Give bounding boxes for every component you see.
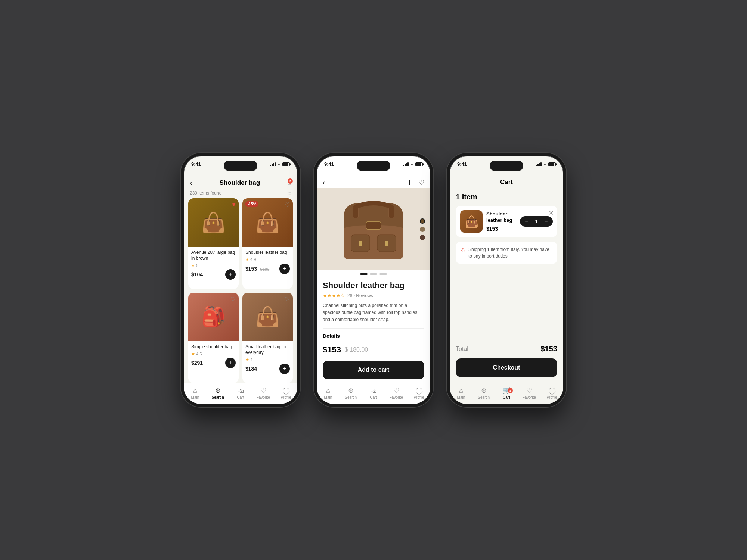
nav-favorite-2[interactable]: ♡ Favorite [387,386,406,399]
cart-total-section: Total $153 Checkout [450,339,563,383]
product-price-row-3: $291 + [191,358,236,368]
nav-main-3[interactable]: ⌂ Main [452,387,470,399]
cart-title: Cart [500,178,513,186]
nav-favorite-label-3: Favorite [523,395,536,399]
detail-old-price: $ 180,00 [345,346,368,353]
dynamic-island-1 [224,161,257,171]
cart-item-name: Shoulder leather bag [486,211,516,224]
image-dot-3[interactable] [379,273,387,275]
image-dot-1[interactable] [360,273,368,275]
cart-nav-badge: 1 [508,388,513,393]
warning-icon: ⚠ [460,246,465,253]
nav-search-1[interactable]: ⊕ Search [208,386,227,399]
add-to-cart-btn-1[interactable]: + [225,269,236,280]
wifi-icon-1: ▲ [277,162,281,166]
review-count: 289 Reviews [347,293,373,298]
product-rating-3: ★ 4.5 [191,351,236,356]
home-icon-1: ⌂ [193,387,197,395]
quantity-increase[interactable]: + [542,218,550,225]
phone-2-detail: 9:41 ▲ ‹ ⬆ ♡ [314,153,433,407]
nav-favorite-3[interactable]: ♡ Favorite [520,386,539,399]
signal-bar-1 [270,165,271,166]
product-card-4[interactable]: 👜 ♡ Small leather bag for everyday ★ 4 $… [242,293,293,383]
color-dot-2[interactable] [420,227,425,232]
nav-favorite-label-1: Favorite [257,395,270,399]
wishlist-button-detail[interactable]: ♡ [418,178,424,187]
wishlist-btn-3[interactable]: ♡ [230,296,236,303]
nav-profile-3[interactable]: ◯ Profile [543,386,561,399]
product-rating-1: ★ 5 [191,263,236,268]
add-to-cart-button[interactable]: Add to cart [323,361,424,379]
product-price-row-1: $104 + [191,269,236,280]
back-button-2[interactable]: ‹ [323,179,325,187]
back-button-1[interactable]: ‹ [190,178,192,187]
share-button[interactable]: ⬆ [407,178,412,187]
product-info-4: Small leather bag for everyday ★ 4 $184 … [242,341,293,378]
product-name-3: Simple shoulder bag [191,344,236,350]
product-price-1: $104 [191,271,203,277]
product-card-1[interactable]: 👜 ♥ Avenue 287 large bag in brown ★ 5 $1… [188,198,239,289]
add-to-cart-btn-2[interactable]: + [279,264,290,274]
product-card-2[interactable]: 👜 -15% ♡ Shoulder leather bag ★ 4.9 $153 [242,198,293,289]
product-price-4: $184 [245,366,257,372]
nav-cart-label-3: Cart [503,395,510,399]
signal-bars-3 [536,162,542,166]
product-image-4: 👜 ♡ [242,293,293,341]
discount-badge-2: -15% [245,201,258,207]
add-to-cart-btn-3[interactable]: + [225,358,236,368]
detail-stars: ★★★★☆ [323,293,345,298]
products-grid: 👜 ♥ Avenue 287 large bag in brown ★ 5 $1… [184,198,297,383]
product-info-1: Avenue 287 large bag in brown ★ 5 $104 + [188,247,239,283]
cart-content: 1 item 👜 Shoulder leather bag $153 − 1 + [450,189,563,339]
product-price-old-2: $180 [260,267,269,271]
nav-profile-1[interactable]: ◯ Profile [277,386,295,399]
nav-cart-1[interactable]: 🛍 Cart [231,387,250,399]
favorite-icon-2: ♡ [393,386,399,395]
nav-main-2[interactable]: ⌂ Main [319,387,337,399]
dynamic-island-2 [357,161,390,171]
nav-search-2[interactable]: ⊕ Search [341,386,360,399]
profile-icon-2: ◯ [415,386,423,395]
battery-1 [282,162,290,166]
rating-num-3: 4.5 [196,352,202,356]
cart-count: 1 item [456,193,557,201]
filter-button[interactable]: ⊟ 3 [287,180,291,186]
phone2-header: ‹ ⬆ ♡ [317,176,430,188]
nav-main-label-3: Main [457,395,465,399]
battery-3 [548,162,556,166]
color-dot-3[interactable] [420,235,425,240]
header-actions-2: ⬆ ♡ [407,178,424,187]
image-dot-2[interactable] [370,273,377,275]
product-card-3[interactable]: 🎒 ♡ Simple shoulder bag ★ 4.5 $291 + [188,293,239,383]
nav-favorite-1[interactable]: ♡ Favorite [254,386,273,399]
profile-icon-3: ◯ [548,386,556,395]
nav-cart-2[interactable]: 🛍 Cart [364,387,383,399]
wishlist-btn-1[interactable]: ♥ [232,201,236,208]
phones-container: 9:41 ▲ ‹ Shoulder bag ⊟ 3 [181,153,566,407]
cart-item-remove[interactable]: ✕ [549,209,554,217]
cart-icon-2: 🛍 [370,387,377,395]
quantity-decrease[interactable]: − [523,218,530,225]
detail-price: $153 [323,345,341,355]
nav-cart-3[interactable]: 🛒 Cart [497,386,516,399]
color-dot-1[interactable] [420,218,425,224]
stars-4: ★ [245,357,249,362]
nav-profile-2[interactable]: ◯ Profile [410,386,428,399]
sort-icon[interactable]: ≡ [288,190,291,196]
quantity-value: 1 [533,219,539,224]
add-to-cart-btn-4[interactable]: + [279,364,290,374]
shipping-text: Shipping 1 item from Italy. You may have… [468,246,553,259]
status-icons-1: ▲ [270,162,290,166]
nav-search-3[interactable]: ⊕ Search [474,386,493,399]
dynamic-island-3 [490,161,523,171]
nav-favorite-label-2: Favorite [390,395,403,399]
checkout-button[interactable]: Checkout [456,358,557,377]
product-name-4: Small leather bag for everyday [245,344,290,356]
nav-main-1[interactable]: ⌂ Main [186,387,204,399]
phone1-header: ‹ Shoulder bag ⊟ 3 [184,176,297,189]
wishlist-btn-2[interactable]: ♡ [285,201,290,208]
status-time-3: 9:41 [457,161,467,167]
wishlist-btn-4[interactable]: ♡ [285,296,290,303]
nav-profile-label-2: Profile [413,395,424,399]
cart-item-info: Shoulder leather bag $153 [486,211,516,232]
